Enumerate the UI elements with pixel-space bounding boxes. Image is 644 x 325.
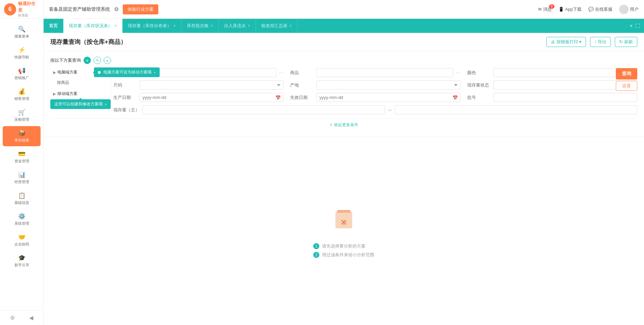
collapse-btn[interactable]: ∧ 收起更多条件 [50,118,637,131]
goods-dots-icon[interactable]: ··· [456,70,460,76]
message-icon: ✉ [538,7,542,12]
set-btn[interactable]: 设置 [616,81,637,91]
collapse-label: 收起更多条件 [334,122,358,127]
page-header-actions: 🖨 按模板打印 ▾ ↑ 导出 ↻ 刷新 [546,37,637,47]
empty-tips: 1 请先选择要分析的方案 2 用过滤条件来缩小分析范围 [313,243,374,261]
sidebar-item-label: 采购管理 [14,117,29,122]
sidebar-item-finance[interactable]: 💳 资金管理 [3,147,41,167]
size-select[interactable] [140,80,283,90]
tab-inventory-dist[interactable]: 现存量（库存分布表） × [122,19,181,33]
refresh-btn[interactable]: ↻ 刷新 [615,37,637,47]
app-download-label: App下载 [565,6,582,12]
tab-collect-summary[interactable]: 收发存汇总表 × [256,19,298,33]
sidebar-item-label: 系统管理 [14,221,29,226]
empty-state: 1 请先选择要分析的方案 2 用过滤条件来缩小分析范围 [44,137,644,325]
collapse-sidebar-btn[interactable]: ◀ [29,315,33,321]
tab-label: 库存批次账 [187,23,209,29]
tab-fullscreen-icon[interactable]: ⛶ [635,23,640,29]
template-print-btn[interactable]: 🖨 按模板打印 ▾ [546,37,586,47]
back-scheme-btn[interactable]: « [104,57,111,64]
tab-label: 收发存汇总表 [261,23,287,29]
sidebar-item-newbie[interactable]: 🎓 新手引导 [3,251,41,271]
industry-btn[interactable]: 体验行业方案 [123,4,158,14]
tab-close-icon[interactable]: × [248,23,250,28]
tab-close-icon[interactable]: × [173,23,176,28]
user-label: 用户 [630,6,639,12]
sidebar-item-purchase[interactable]: 🛒 采购管理 [3,105,41,125]
sidebar-item-label: 搜索菜单 [14,34,29,39]
filter-size: 尺码 [113,80,283,90]
tooltip-edit-scheme: 这里可以创建和修改方案哦 × [50,99,105,109]
tab-close-icon[interactable]: × [211,23,213,28]
arrow-right-icon: ▶ [53,92,56,96]
settings-btn[interactable]: ⚙ [10,315,15,321]
sidebar-item-inventory[interactable]: 📦 库存核算 [3,126,41,146]
sidebar-logo: 6 畅通好生意 标准版 [0,0,43,19]
warehouse-dots-icon[interactable]: ··· [279,70,283,76]
sidebar-item-sales[interactable]: 💰 销售管理 [3,85,41,105]
origin-label: 产地 [290,82,314,88]
marketing-icon: 📢 [18,67,25,74]
online-support-btn[interactable]: 💬 在线客服 [588,6,612,12]
quick-icon: ⚡ [18,46,25,54]
empty-illustration [327,202,361,235]
tooltip1-close-btn[interactable]: × [154,70,156,74]
query-btn[interactable]: 查询 [616,68,637,79]
origin-select[interactable] [316,80,460,90]
inventory-main-input-start[interactable] [142,105,385,114]
inventory-main-label: 现存量（主） [113,107,140,113]
export-btn[interactable]: ↑ 导出 [590,37,611,47]
tab-close-icon[interactable]: × [114,23,117,28]
support-icon: 💬 [588,7,594,12]
warehouse-input[interactable] [140,68,276,77]
sidebar-item-enterprise[interactable]: 🤝 企业协同 [3,230,41,250]
settings-gear-icon[interactable]: ⚙ [114,6,119,12]
message-btn[interactable]: ✉ 消息 9 [538,6,552,12]
user-btn[interactable]: 用户 [619,5,639,14]
top-header: 装备及固定资产辅助管理系统 ⚙ 体验行业方案 ✉ 消息 9 📱 App下载 💬 … [44,0,644,19]
filter-row-2: 尺码 产地 现存量状态 [113,80,637,90]
enterprise-icon: 🤝 [18,233,25,241]
sidebar-item-quick[interactable]: ⚡ 快捷导航 [3,43,41,63]
edit-scheme-btn[interactable]: ✎ [94,57,101,64]
sidebar-item-system[interactable]: ⚙️ 系统管理 [3,209,41,229]
sidebar-item-label: 基础信息 [14,200,29,205]
mobile-icon: 📱 [558,7,564,12]
sidebar-item-marketing[interactable]: 📢 营销推广 [3,64,41,84]
scheme-pc-item[interactable]: 按商品 [50,78,105,87]
header-left: 装备及固定资产辅助管理系统 ⚙ 体验行业方案 [49,4,158,14]
sidebar-item-basic[interactable]: 📋 基础信息 [3,188,41,209]
tab-home[interactable]: 首页 [44,19,63,33]
logo-icon: 6 [4,3,16,15]
empty-tip-1: 1 请先选择要分析的方案 [313,243,374,249]
svg-rect-1 [337,210,351,213]
app-download-btn[interactable]: 📱 App下载 [558,6,582,12]
inventory-icon: 📦 [18,129,25,137]
calendar-icon2[interactable]: 📅 [452,95,458,100]
tab-batch-ledger[interactable]: 库存批次账 × [181,19,219,33]
tab-close-icon[interactable]: × [289,23,292,28]
produce-date-input[interactable] [140,93,283,102]
filter-goods: 商品 ··· [290,68,460,77]
tooltip2-close-btn[interactable]: × [105,102,107,106]
tab-inout-flow[interactable]: 出入库流水 × [219,19,256,33]
sidebar-item-search[interactable]: 🔍 搜索菜单 [3,22,41,42]
tab-inventory-status[interactable]: 现存量（库存状况表） × [63,19,122,33]
expire-date-wrap: 📅 [316,93,460,102]
filter-header: 按以下方案查询 + ✎ « [50,57,637,64]
batch-input[interactable] [493,93,637,102]
purchase-icon: 🛒 [18,109,25,116]
goods-input[interactable] [316,68,453,77]
range-separator: — [388,107,392,112]
tooltip-text-1: 电脑方案可设为移动方案哦 [103,69,152,75]
calendar-icon[interactable]: 📅 [275,95,281,100]
user-avatar [619,5,629,14]
inventory-main-input-end[interactable] [395,105,638,114]
tab-close-all-icon[interactable]: × [630,23,633,29]
scheme-mobile-label: 移动端方案 [57,91,77,97]
sidebar-item-operation[interactable]: 📊 经营管理 [3,168,41,188]
scheme-mobile-header[interactable]: ▶ 移动端方案 [50,90,105,98]
expire-date-input[interactable] [316,93,460,102]
page-header: 现存量查询（按仓库+商品） 🖨 按模板打印 ▾ ↑ 导出 ↻ 刷新 [44,33,644,51]
add-scheme-btn[interactable]: + [84,57,91,64]
